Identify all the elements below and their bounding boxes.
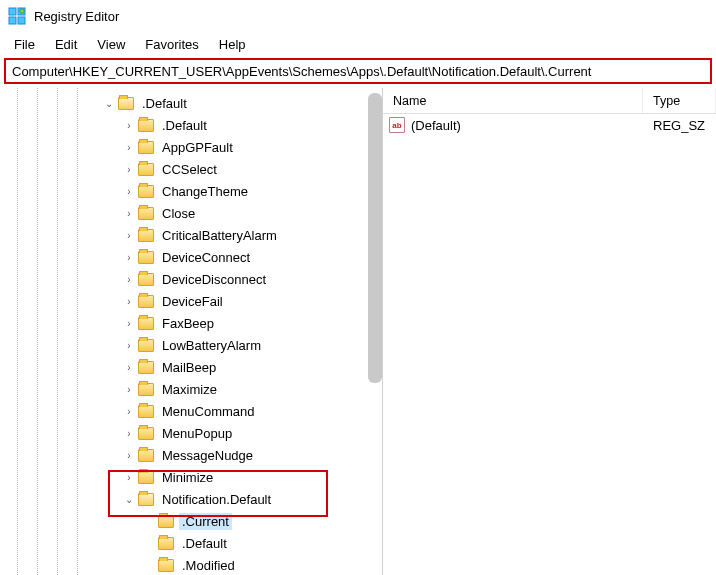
chevron-right-icon[interactable]: › xyxy=(122,294,136,308)
tree-item-maximize[interactable]: ›Maximize xyxy=(0,378,382,400)
folder-icon xyxy=(138,471,154,484)
menu-file[interactable]: File xyxy=(6,35,43,54)
chevron-right-icon[interactable]: › xyxy=(122,184,136,198)
menu-edit[interactable]: Edit xyxy=(47,35,85,54)
tree-label: .Modified xyxy=(179,557,238,574)
col-header-type[interactable]: Type xyxy=(643,88,716,113)
folder-icon xyxy=(118,97,134,110)
tree-item-devicedisconnect[interactable]: ›DeviceDisconnect xyxy=(0,268,382,290)
window-title: Registry Editor xyxy=(34,9,119,24)
svg-rect-2 xyxy=(9,17,16,24)
chevron-right-icon[interactable]: › xyxy=(122,118,136,132)
chevron-right-icon[interactable]: › xyxy=(122,162,136,176)
folder-icon xyxy=(158,515,174,528)
tree-item--default[interactable]: ⌄.Default xyxy=(0,92,382,114)
folder-icon xyxy=(138,185,154,198)
folder-icon xyxy=(138,317,154,330)
tree-item-lowbatteryalarm[interactable]: ›LowBatteryAlarm xyxy=(0,334,382,356)
tree-label: Maximize xyxy=(159,381,220,398)
tree-item--default[interactable]: ›.Default xyxy=(0,114,382,136)
tree-label: .Default xyxy=(139,95,190,112)
folder-icon xyxy=(138,493,154,506)
folder-icon xyxy=(138,229,154,242)
tree-item-menucommand[interactable]: ›MenuCommand xyxy=(0,400,382,422)
folder-icon xyxy=(158,559,174,572)
tree-item-deviceconnect[interactable]: ›DeviceConnect xyxy=(0,246,382,268)
tree-label: FaxBeep xyxy=(159,315,217,332)
chevron-down-icon[interactable]: ⌄ xyxy=(122,492,136,506)
chevron-right-icon[interactable]: › xyxy=(122,140,136,154)
chevron-right-icon[interactable]: › xyxy=(122,206,136,220)
chevron-right-icon[interactable]: › xyxy=(122,404,136,418)
list-pane: Name Type ab (Default) REG_SZ xyxy=(383,88,716,575)
address-bar[interactable]: Computer\HKEY_CURRENT_USER\AppEvents\Sch… xyxy=(4,58,712,84)
chevron-right-icon[interactable]: › xyxy=(122,228,136,242)
tree-item-criticalbatteryalarm[interactable]: ›CriticalBatteryAlarm xyxy=(0,224,382,246)
svg-rect-0 xyxy=(9,8,16,15)
tree-item-devicefail[interactable]: ›DeviceFail xyxy=(0,290,382,312)
chevron-down-icon[interactable]: ⌄ xyxy=(102,96,116,110)
folder-icon xyxy=(138,119,154,132)
tree-item-mailbeep[interactable]: ›MailBeep xyxy=(0,356,382,378)
tree-label: LowBatteryAlarm xyxy=(159,337,264,354)
chevron-right-icon[interactable]: › xyxy=(122,272,136,286)
tree-item-changetheme[interactable]: ›ChangeTheme xyxy=(0,180,382,202)
value-name: (Default) xyxy=(411,118,461,133)
tree-item-minimize[interactable]: ›Minimize xyxy=(0,466,382,488)
folder-icon xyxy=(138,405,154,418)
menu-view[interactable]: View xyxy=(89,35,133,54)
tree-label: ChangeTheme xyxy=(159,183,251,200)
svg-point-4 xyxy=(20,9,24,13)
menubar: File Edit View Favorites Help xyxy=(0,32,716,56)
value-type: REG_SZ xyxy=(643,118,716,133)
tree-item--modified[interactable]: .Modified xyxy=(0,554,382,575)
tree-item-ccselect[interactable]: ›CCSelect xyxy=(0,158,382,180)
chevron-right-icon[interactable]: › xyxy=(122,426,136,440)
tree-item-notification-default[interactable]: ⌄Notification.Default xyxy=(0,488,382,510)
content: ⌄.Default›.Default›AppGPFault›CCSelect›C… xyxy=(0,88,716,575)
folder-icon xyxy=(138,163,154,176)
tree-item--default[interactable]: .Default xyxy=(0,532,382,554)
address-text: Computer\HKEY_CURRENT_USER\AppEvents\Sch… xyxy=(12,64,591,79)
chevron-right-icon[interactable]: › xyxy=(122,448,136,462)
tree-label: .Default xyxy=(159,117,210,134)
tree-label: Minimize xyxy=(159,469,216,486)
col-header-name[interactable]: Name xyxy=(383,88,643,113)
tree-item-messagenudge[interactable]: ›MessageNudge xyxy=(0,444,382,466)
list-row[interactable]: ab (Default) REG_SZ xyxy=(383,114,716,136)
folder-icon xyxy=(138,251,154,264)
tree-item--current[interactable]: .Current xyxy=(0,510,382,532)
tree-item-menupopup[interactable]: ›MenuPopup xyxy=(0,422,382,444)
chevron-right-icon[interactable]: › xyxy=(122,316,136,330)
menu-favorites[interactable]: Favorites xyxy=(137,35,206,54)
app-icon xyxy=(8,7,26,25)
tree-label: DeviceConnect xyxy=(159,249,253,266)
tree-label: MailBeep xyxy=(159,359,219,376)
chevron-right-icon[interactable]: › xyxy=(122,360,136,374)
chevron-right-icon[interactable]: › xyxy=(122,382,136,396)
tree-label: CriticalBatteryAlarm xyxy=(159,227,280,244)
tree: ⌄.Default›.Default›AppGPFault›CCSelect›C… xyxy=(0,92,382,575)
folder-icon xyxy=(138,295,154,308)
folder-icon xyxy=(138,339,154,352)
tree-label: CCSelect xyxy=(159,161,220,178)
tree-item-faxbeep[interactable]: ›FaxBeep xyxy=(0,312,382,334)
folder-icon xyxy=(158,537,174,550)
tree-label: DeviceFail xyxy=(159,293,226,310)
folder-icon xyxy=(138,141,154,154)
folder-icon xyxy=(138,427,154,440)
menu-help[interactable]: Help xyxy=(211,35,254,54)
titlebar: Registry Editor xyxy=(0,0,716,32)
tree-label: Notification.Default xyxy=(159,491,274,508)
folder-icon xyxy=(138,361,154,374)
tree-item-close[interactable]: ›Close xyxy=(0,202,382,224)
scrollbar[interactable] xyxy=(368,93,382,383)
tree-item-appgpfault[interactable]: ›AppGPFault xyxy=(0,136,382,158)
chevron-right-icon[interactable]: › xyxy=(122,338,136,352)
svg-rect-3 xyxy=(18,17,25,24)
chevron-right-icon[interactable]: › xyxy=(122,250,136,264)
string-value-icon: ab xyxy=(389,117,405,133)
tree-label: .Default xyxy=(179,535,230,552)
tree-pane[interactable]: ⌄.Default›.Default›AppGPFault›CCSelect›C… xyxy=(0,88,382,575)
chevron-right-icon[interactable]: › xyxy=(122,470,136,484)
